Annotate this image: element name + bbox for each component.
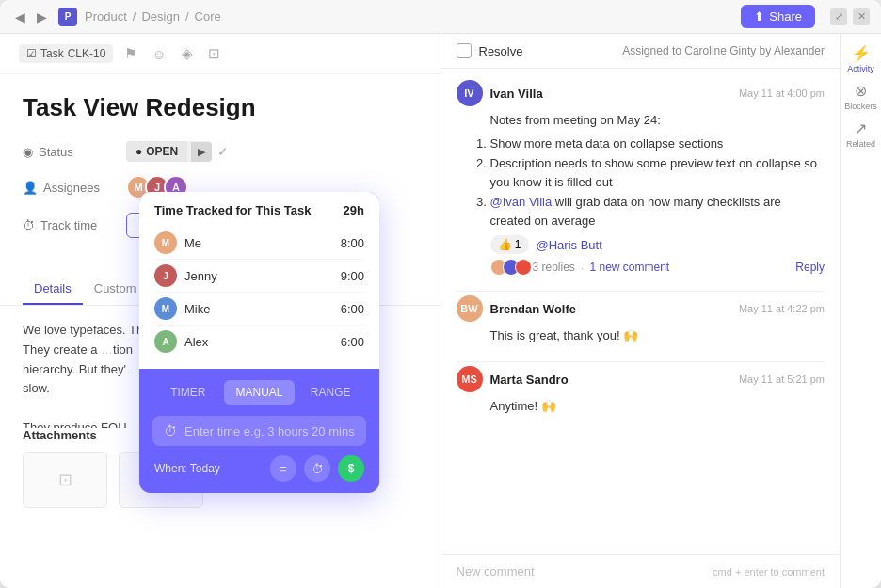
time-user-row-mike: M Mike 6:00 — [154, 293, 364, 326]
time-tab-timer[interactable]: TIMER — [152, 380, 224, 405]
time-user-hours-jenny: 9:00 — [341, 269, 364, 283]
time-total: 29h — [344, 203, 364, 217]
task-title: Task View Redesign — [23, 93, 418, 122]
time-user-name-alex: Alex — [184, 335, 208, 349]
reply-avatar-3 — [515, 259, 532, 276]
activity-icon: ⚡ — [852, 44, 871, 62]
assigned-text: Assigned to Caroline Ginty by Alexander — [622, 44, 825, 57]
mention-ivan[interactable]: @Ivan Villa — [490, 195, 553, 209]
new-comment-link[interactable]: 1 new comment — [589, 261, 669, 274]
resolve-checkbox[interactable] — [457, 43, 472, 58]
task-icon: ☑ — [26, 47, 37, 60]
track-time-label: ⏱ Track time — [23, 218, 126, 232]
resolve-left: Resolve — [457, 43, 523, 58]
breadcrumb-product[interactable]: Product — [85, 9, 127, 24]
replies-row: 3 replies · 1 new comment Reply — [457, 259, 825, 276]
time-user-name-mike: Mike — [184, 302, 210, 316]
tag-icon[interactable]: ◈ — [178, 43, 197, 64]
window-controls: ⤢ ✕ — [830, 8, 870, 25]
time-list-icon[interactable]: ≡ — [270, 455, 296, 482]
app-icon: P — [58, 8, 77, 26]
time-avatar-me: M — [154, 231, 177, 254]
divider-2 — [457, 361, 825, 362]
time-input[interactable] — [184, 424, 355, 438]
activity-panel: Resolve Assigned to Caroline Ginty by Al… — [441, 34, 841, 588]
time-avatar-mike: M — [154, 297, 177, 320]
comment-list-ivan: Show more meta data on collapse sections… — [457, 135, 825, 230]
share-label: Share — [769, 9, 802, 24]
attachment-1[interactable]: ⊡ — [23, 452, 107, 508]
status-badge[interactable]: ● OPEN ▶ — [126, 141, 212, 162]
mention-haris[interactable]: @Haris Butt — [537, 238, 602, 252]
titlebar: ◀ ▶ P Product / Design / Core ⬆ Share ⤢ … — [0, 0, 881, 34]
close-button[interactable]: ✕ — [853, 8, 870, 25]
replies-count: 3 replies — [533, 261, 575, 274]
left-panel: ☑ Task CLK-10 ⚑ ☺ ◈ ⊡ Task View Redesign… — [0, 34, 441, 588]
back-button[interactable]: ◀ — [11, 8, 29, 26]
breadcrumb-design[interactable]: Design — [141, 9, 179, 24]
flag-icon[interactable]: ⚑ — [120, 43, 140, 64]
comment-list-item-2: Description needs to show some preview t… — [490, 154, 825, 191]
time-user-hours-me: 8:00 — [341, 236, 364, 250]
time-clock-icon: ⏱ — [164, 423, 177, 438]
assignees-label: 👤 Assignees — [23, 181, 126, 195]
time-tab-manual[interactable]: MANUAL — [224, 380, 296, 405]
time-input-row: ⏱ — [152, 416, 366, 446]
status-arrow[interactable]: ▶ — [191, 142, 212, 162]
comment-ivan-header: IV Ivan Villa May 11 at 4:00 pm — [457, 80, 825, 106]
comment-brendan-header: BW Brendan Wolfe May 11 at 4:22 pm — [457, 295, 825, 322]
image-icon[interactable]: ⊡ — [204, 43, 224, 64]
status-open-label: ● OPEN — [126, 141, 187, 162]
open-dot: ● — [136, 145, 142, 158]
reply-button-ivan[interactable]: Reply — [795, 261, 825, 274]
time-when: When: Today — [154, 462, 220, 475]
status-check-icon[interactable]: ✓ — [217, 144, 229, 159]
sidebar-item-related[interactable]: ↗ Related — [844, 117, 878, 151]
breadcrumb: Product / Design / Core — [85, 9, 221, 24]
emoji-icon[interactable]: ☺ — [148, 44, 169, 64]
comments-area: IV Ivan Villa May 11 at 4:00 pm Notes fr… — [441, 69, 841, 554]
time-timer-icon[interactable]: ⏱ — [304, 455, 330, 482]
sidebar-item-blockers[interactable]: ⊗ Blockers — [844, 79, 878, 113]
related-label: Related — [846, 139, 875, 149]
breadcrumb-core[interactable]: Core — [195, 9, 221, 24]
app-window: ◀ ▶ P Product / Design / Core ⬆ Share ⤢ … — [0, 0, 881, 588]
status-icon: ◉ — [23, 145, 33, 159]
time-user-hours-alex: 6:00 — [341, 335, 364, 349]
time-user-name-jenny: Jenny — [184, 269, 217, 283]
time-tab-range[interactable]: RANGE — [295, 380, 366, 405]
share-button[interactable]: ⬆ Share — [741, 5, 815, 28]
forward-button[interactable]: ▶ — [33, 8, 51, 26]
sidebar-item-activity[interactable]: ⚡ Activity — [844, 41, 878, 75]
username-marta: Marta Sandro — [490, 373, 569, 387]
clock-icon: ⏱ — [23, 218, 35, 232]
time-popup-body: TIMER MANUAL RANGE ⏱ When: Today ≡ ⏱ $ — [139, 369, 379, 493]
avatar-ivan: IV — [457, 80, 483, 106]
blockers-label: Blockers — [844, 102, 877, 111]
comment-list-item-1: Show more meta data on collapse sections — [490, 135, 825, 153]
comment-input[interactable] — [457, 564, 713, 579]
time-dollar-icon[interactable]: $ — [338, 455, 364, 482]
right-container: Resolve Assigned to Caroline Ginty by Al… — [441, 34, 882, 588]
time-user-row-me: M Me 8:00 — [154, 227, 364, 260]
nav-buttons: ◀ ▶ — [11, 8, 51, 26]
time-avatar-alex: A — [154, 330, 177, 353]
activity-label: Activity — [847, 64, 874, 73]
comment-brendan: BW Brendan Wolfe May 11 at 4:22 pm This … — [457, 295, 825, 346]
time-tracking-popup: Time Tracked for This Task 29h M Me 8:00 — [139, 192, 379, 493]
task-id: CLK-10 — [68, 47, 106, 60]
time-user-list: M Me 8:00 J Jenny 9:00 — [154, 227, 364, 358]
task-toolbar: ☑ Task CLK-10 ⚑ ☺ ◈ ⊡ — [0, 34, 440, 74]
time-user-row-jenny: J Jenny 9:00 — [154, 260, 364, 293]
time-user-row-alex: A Alex 6:00 — [154, 326, 364, 358]
tab-details[interactable]: Details — [23, 274, 83, 305]
reaction-row: 👍 1 @Haris Butt — [457, 235, 825, 254]
comment-body-brendan: This is great, thank you! 🙌 — [457, 326, 825, 346]
blockers-icon: ⊗ — [855, 82, 867, 100]
time-avatar-jenny: J — [154, 264, 177, 287]
comment-time-ivan: May 11 at 4:00 pm — [739, 87, 825, 99]
minimize-button[interactable]: ⤢ — [830, 8, 847, 25]
reaction-thumbsup[interactable]: 👍 1 — [490, 235, 529, 254]
task-tag: ☑ Task CLK-10 — [19, 44, 113, 63]
time-header-row: Time Tracked for This Task 29h — [154, 203, 364, 217]
